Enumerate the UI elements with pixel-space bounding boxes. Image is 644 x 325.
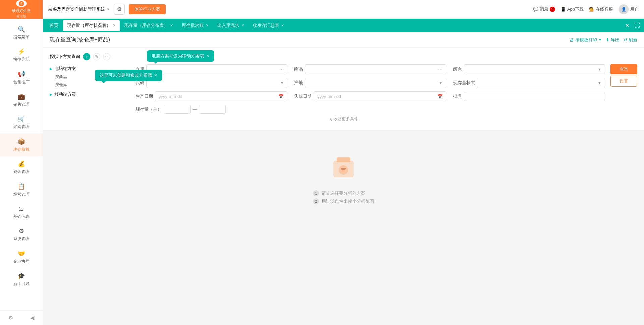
tooltip2-text: 这里可以创建和修改方案哦	[100, 72, 152, 78]
stock-status-label: 现存量状态	[453, 80, 475, 86]
tooltip2-close-icon[interactable]: ✕	[154, 73, 157, 78]
gear-button[interactable]: ⚙	[114, 4, 125, 15]
production-date-field: 生产日期 yyyy-mm-dd 📅	[136, 91, 287, 101]
sidebar-item-enterprise[interactable]: 🤝 企业协同	[0, 246, 43, 268]
content-area: 现存量查询(按仓库+商品) 🖨 按模板打印 ▼ ⬆ 导出 ↺ 刷新	[43, 32, 644, 325]
origin-select[interactable]: ▼	[305, 78, 446, 88]
tab-batch-account[interactable]: 库存批次账 ✕	[178, 20, 213, 31]
sidebar-item-quick[interactable]: ⚡ 快捷导航	[0, 44, 43, 66]
step-num-2: 2	[313, 198, 319, 204]
system-title-dropdown[interactable]: 装备及固定资产辅助管理系统 ▼	[48, 6, 110, 12]
sidebar-item-system[interactable]: ⚙ 系统管理	[0, 223, 43, 246]
tab-bar-end: ✕ ⛶	[624, 21, 641, 30]
header-actions: 💬 消息 9 📱 App下载 💁 在线客服 👤 用户	[533, 4, 639, 14]
tab-home[interactable]: 首页	[46, 20, 62, 31]
main-area: 装备及固定资产辅助管理系统 ▼ ⚙ 体验行业方案 💬 消息 9 📱 App下载 …	[43, 0, 644, 325]
search-icon: 🔍	[18, 25, 25, 33]
chevron-down-icon: ▼	[598, 81, 601, 85]
online-service-label: 在线客服	[596, 6, 613, 12]
expiry-date-input[interactable]: yyyy-mm-dd 📅	[314, 91, 446, 101]
sidebar-item-label: 资金管理	[13, 169, 30, 175]
user-action[interactable]: 👤 用户	[619, 4, 639, 14]
svg-rect-7	[342, 171, 345, 171]
sidebar-item-search[interactable]: 🔍 搜索菜单	[0, 21, 43, 44]
page-title: 现存量查询(按仓库+商品)	[50, 36, 110, 43]
goods-field: 商品 ···	[294, 64, 446, 74]
goods-label: 商品	[294, 66, 303, 72]
filter-right-panel: 仓库 ··· 商品 ···	[136, 64, 605, 114]
tab-close-icon[interactable]: ✕	[113, 23, 116, 28]
sidebar-item-basic[interactable]: 🗂 基础信息	[0, 201, 43, 223]
tab-close-icon[interactable]: ✕	[170, 23, 173, 28]
export-button[interactable]: ⬆ 导出	[606, 37, 620, 43]
sidebar-item-purchase[interactable]: 🛒 采购管理	[0, 111, 43, 134]
collapse-filter-button[interactable]: ∧ 收起更多条件	[50, 114, 637, 125]
search-button[interactable]: 查询	[610, 64, 637, 74]
add-scheme-button[interactable]: ＋	[83, 53, 90, 60]
template-print-button[interactable]: 🖨 按模板打印 ▼	[570, 37, 602, 43]
scheme-by-warehouse-label: 按仓库	[55, 82, 67, 88]
mobile-scheme-item[interactable]: ▶ 移动端方案	[50, 90, 130, 99]
sidebar-item-finance[interactable]: 💰 资金管理	[0, 156, 43, 179]
tab-inventory-status[interactable]: 现存量（库存状况表） ✕	[63, 20, 120, 31]
trial-button[interactable]: 体验行业方案	[129, 4, 166, 14]
sidebar-item-sales[interactable]: 💼 销售管理	[0, 89, 43, 111]
svg-rect-6	[341, 169, 345, 170]
goods-select[interactable]: ···	[305, 64, 446, 74]
empty-svg	[327, 151, 360, 184]
sidebar-item-label: 企业协同	[13, 259, 30, 264]
sidebar-item-label: 搜索菜单	[13, 34, 30, 40]
tab-close-icon[interactable]: ✕	[281, 23, 284, 28]
export-icon: ⬆	[606, 37, 609, 42]
production-date-value: yyyy-mm-dd	[159, 94, 182, 99]
stock-status-select[interactable]: ▼	[477, 78, 605, 88]
enterprise-icon: 🤝	[18, 250, 25, 257]
tooltip1-close-icon[interactable]: ✕	[206, 54, 209, 58]
chevron-down-icon: ▼	[598, 67, 601, 71]
step-num-1: 1	[313, 190, 319, 196]
tab-close-all-icon[interactable]: ✕	[624, 21, 631, 30]
tab-receive-summary[interactable]: 收发存汇总表 ✕	[249, 20, 288, 31]
inout-flow-tab-label: 出入库流水	[217, 22, 239, 29]
page-header: 现存量查询(按仓库+商品) 🖨 按模板打印 ▼ ⬆ 导出 ↺ 刷新	[43, 32, 644, 48]
tab-close-icon[interactable]: ✕	[206, 23, 209, 28]
tab-inout-flow[interactable]: 出入库流水 ✕	[213, 20, 248, 31]
reset-button[interactable]: 设置	[610, 76, 637, 87]
refresh-button[interactable]: ↺ 刷新	[624, 37, 637, 43]
warehouse-select[interactable]: ···	[146, 64, 287, 74]
calendar-icon: 📅	[437, 94, 443, 99]
settings-icon[interactable]: ⚙	[8, 315, 13, 321]
online-service-action[interactable]: 💁 在线客服	[589, 6, 613, 12]
collapse-sidebar-icon[interactable]: ◀	[30, 315, 34, 321]
expand-icon: ▶	[50, 93, 52, 96]
message-action[interactable]: 💬 消息 9	[533, 6, 555, 12]
sidebar-item-newbie[interactable]: 🎓 新手引导	[0, 268, 43, 291]
sidebar-item-inventory[interactable]: 📦 库存核算	[0, 134, 43, 156]
search-btn-area: 查询 设置	[610, 64, 637, 87]
logo-icon: 6	[16, 0, 27, 7]
color-select[interactable]: ▼	[464, 64, 605, 74]
scheme-by-warehouse[interactable]: 按仓库	[55, 81, 130, 89]
arrow-left-icon[interactable]: ←	[103, 53, 110, 60]
batch-no-input[interactable]	[464, 92, 605, 101]
production-date-input[interactable]: yyyy-mm-dd 📅	[155, 91, 287, 101]
stock-min-input[interactable]	[164, 105, 191, 114]
tab-close-icon[interactable]: ✕	[241, 23, 244, 28]
expiry-date-field: 失效日期 yyyy-mm-dd 📅	[294, 91, 446, 101]
batch-no-field: 批号	[453, 91, 605, 101]
app-download-action[interactable]: 📱 App下载	[560, 6, 584, 12]
origin-label: 产地	[294, 80, 303, 86]
size-select[interactable]: ▼	[146, 78, 287, 88]
sidebar-item-operations[interactable]: 📋 经营管理	[0, 179, 43, 201]
expiry-date-value: yyyy-mm-dd	[317, 94, 341, 99]
sidebar-item-label: 系统管理	[13, 236, 30, 242]
origin-field: 产地 ▼	[294, 78, 446, 88]
basic-icon: 🗂	[18, 205, 24, 212]
edit-scheme-button[interactable]: ✎	[93, 53, 100, 60]
stock-max-input[interactable]	[199, 105, 226, 114]
sidebar-item-marketing[interactable]: 📢 营销推广	[0, 66, 43, 89]
tab-inventory-dist[interactable]: 现存量（库存分布表） ✕	[120, 20, 177, 31]
tab-fullscreen-icon[interactable]: ⛶	[633, 21, 641, 30]
dropdown-arrow-icon: ▼	[106, 7, 110, 11]
system-icon: ⚙	[19, 227, 24, 235]
